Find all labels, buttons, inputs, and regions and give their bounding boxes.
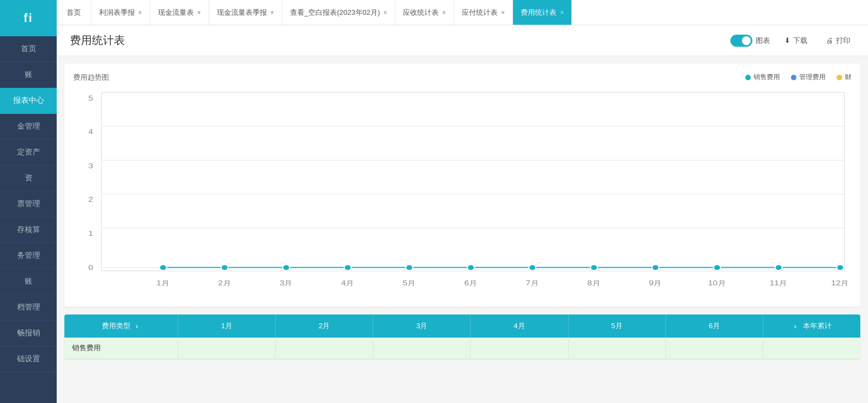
- svg-text:1: 1: [88, 230, 93, 238]
- tab-cashflow[interactable]: 现金流量表 ×: [150, 0, 209, 25]
- cell-6: [666, 338, 763, 358]
- svg-point-34: [713, 264, 720, 270]
- cell-total: [763, 338, 860, 358]
- legend-admin-label: 管理费用: [799, 73, 826, 82]
- tab-expense[interactable]: 费用统计表 ×: [513, 0, 572, 25]
- tab-blank-close[interactable]: ×: [383, 9, 387, 16]
- print-icon: 🖨: [826, 36, 833, 45]
- sidebar-item-invoice[interactable]: 票管理: [0, 191, 57, 217]
- sidebar-item-settings[interactable]: 础设置: [0, 346, 57, 372]
- sidebar-item-reports[interactable]: 报表中心: [0, 88, 57, 114]
- sidebar-item-assets[interactable]: 定资产: [0, 140, 57, 165]
- tab-payable-close[interactable]: ×: [501, 9, 505, 16]
- svg-point-29: [406, 264, 413, 270]
- tab-payable[interactable]: 应付统计表 ×: [454, 0, 513, 25]
- svg-point-31: [529, 264, 536, 270]
- tab-blank-label: 查看_空白报表(2023年02月): [290, 8, 380, 18]
- legend-sales-label: 销售费用: [754, 73, 780, 82]
- table-col-6: 6月: [666, 314, 763, 338]
- sidebar-item-ledger[interactable]: 账: [0, 269, 57, 295]
- tab-expense-close[interactable]: ×: [560, 9, 564, 16]
- svg-text:3月: 3月: [280, 279, 293, 287]
- table-col-4: 4月: [471, 314, 568, 338]
- table-col-5: 5月: [569, 314, 666, 338]
- legend-sales-dot: [745, 75, 751, 80]
- svg-point-32: [591, 264, 598, 270]
- download-label: 下载: [793, 36, 807, 46]
- table-col-2: 2月: [276, 314, 373, 338]
- tab-receivable-close[interactable]: ×: [442, 9, 446, 16]
- cell-type: 销售费用: [64, 338, 178, 358]
- tab-cashflow-q-close[interactable]: ×: [270, 9, 274, 16]
- chart-area: 0 1 2 3 4 5 1月 2月: [73, 89, 851, 298]
- legend-admin-dot: [791, 75, 796, 80]
- tab-payable-label: 应付统计表: [462, 8, 498, 18]
- table-row-sales: 销售费用: [64, 338, 860, 359]
- svg-point-27: [282, 264, 290, 270]
- table-header-row: 费用类型 ‹ 1月 2月 3月 4月 5月 6月 › 本年累计: [64, 314, 860, 338]
- sidebar-item-service[interactable]: 务管理: [0, 243, 57, 269]
- sidebar-logo: fi: [0, 0, 57, 36]
- chart-legend: 销售费用 管理费用 财: [745, 73, 851, 82]
- tab-blank[interactable]: 查看_空白报表(2023年02月) ×: [282, 0, 395, 25]
- chart-title: 费用趋势图: [73, 73, 109, 82]
- svg-point-35: [775, 264, 782, 270]
- svg-text:4: 4: [88, 128, 93, 136]
- svg-point-33: [652, 264, 659, 270]
- page-content: 费用统计表 图表 ⬇ 下载 🖨 打印 费用趋势图: [57, 25, 868, 403]
- tab-receivable-label: 应收统计表: [403, 8, 439, 18]
- legend-sales: 销售费用: [745, 73, 780, 82]
- sidebar-item-home[interactable]: 首页: [0, 36, 57, 62]
- tab-profit-label: 利润表季报: [99, 8, 135, 18]
- svg-rect-6: [101, 92, 844, 271]
- table-section: 费用类型 ‹ 1月 2月 3月 4月 5月 6月 › 本年累计 销售费用: [64, 314, 860, 359]
- tab-receivable[interactable]: 应收统计表 ×: [395, 0, 454, 25]
- svg-text:5月: 5月: [403, 279, 416, 287]
- chart-toggle-wrap: 图表: [730, 35, 770, 47]
- legend-admin: 管理费用: [791, 73, 826, 82]
- tab-bar: 首页 利润表季报 × 现金流量表 × 现金流量表季报 × 查看_空白报表(202…: [57, 0, 868, 25]
- svg-text:8月: 8月: [587, 279, 600, 287]
- tab-cashflow-q[interactable]: 现金流量表季报 ×: [209, 0, 282, 25]
- legend-finance-dot: [837, 75, 842, 80]
- sidebar-item-expense[interactable]: 畅报销: [0, 321, 57, 346]
- print-label: 打印: [836, 36, 850, 46]
- tab-expense-label: 费用统计表: [521, 8, 556, 18]
- svg-point-28: [344, 264, 351, 270]
- nav-next-arrow[interactable]: ›: [792, 322, 799, 330]
- chart-section: 费用趋势图 销售费用 管理费用 财: [64, 64, 860, 307]
- download-button[interactable]: ⬇ 下载: [780, 34, 812, 48]
- svg-text:11月: 11月: [769, 279, 788, 287]
- sidebar: fi 首页 账 报表中心 金管理 定资产 资 票管理 存核算 务管理 账 档管理…: [0, 0, 57, 403]
- tab-cashflow-q-label: 现金流量表季报: [217, 8, 267, 18]
- svg-point-36: [837, 264, 844, 270]
- tab-home[interactable]: 首页: [57, 0, 91, 25]
- tab-profit-close[interactable]: ×: [138, 9, 142, 16]
- table-col-1: 1月: [178, 314, 276, 338]
- print-button[interactable]: 🖨 打印: [822, 34, 855, 48]
- cell-4: [471, 338, 568, 358]
- svg-text:12月: 12月: [831, 279, 849, 287]
- svg-text:9月: 9月: [649, 279, 662, 287]
- svg-text:5: 5: [88, 94, 93, 102]
- sidebar-item-files[interactable]: 档管理: [0, 295, 57, 321]
- svg-point-30: [467, 264, 474, 270]
- tab-profit[interactable]: 利润表季报 ×: [91, 0, 150, 25]
- tab-cashflow-close[interactable]: ×: [197, 9, 201, 16]
- nav-prev-arrow[interactable]: ‹: [134, 322, 141, 330]
- svg-text:7月: 7月: [526, 279, 539, 287]
- chart-toggle[interactable]: [730, 35, 752, 47]
- header-actions: 图表 ⬇ 下载 🖨 打印: [730, 34, 855, 48]
- sidebar-item-funds[interactable]: 资: [0, 165, 57, 191]
- svg-text:4月: 4月: [341, 279, 354, 287]
- sidebar-item-stock[interactable]: 存核算: [0, 217, 57, 243]
- cell-2: [276, 338, 373, 358]
- sidebar-item-account[interactable]: 账: [0, 62, 57, 88]
- cell-3: [373, 338, 471, 358]
- sidebar-item-finance[interactable]: 金管理: [0, 114, 57, 140]
- svg-text:10月: 10月: [708, 279, 726, 287]
- svg-text:1月: 1月: [156, 279, 170, 287]
- table-col-type: 费用类型 ‹: [64, 314, 178, 338]
- download-icon: ⬇: [784, 36, 790, 45]
- tab-cashflow-label: 现金流量表: [158, 8, 194, 18]
